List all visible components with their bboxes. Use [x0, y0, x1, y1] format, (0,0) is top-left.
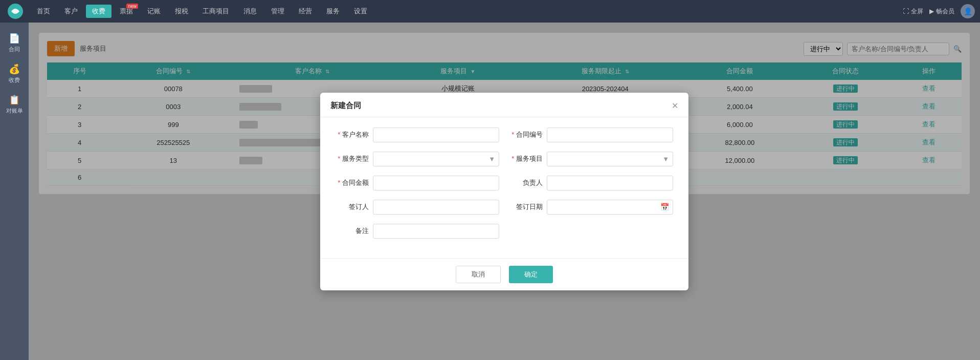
sidebar-item-contract[interactable]: 📄 合同: [0, 28, 29, 58]
responsible-label: 负责人: [509, 178, 543, 187]
form-row-5: 备注: [336, 224, 673, 239]
notes-input[interactable]: [373, 224, 499, 239]
sign-date-input[interactable]: 2023-06-06: [547, 200, 673, 215]
new-contract-dialog: 新建合同 ✕ 客户名称 合同编号 服务类型: [320, 93, 688, 290]
amount-label: 合同金额: [336, 178, 369, 187]
contract-icon: 📄: [9, 33, 20, 44]
service-type-wrap: ▼: [373, 152, 499, 166]
fullscreen-icon: ⛶: [903, 8, 909, 15]
form-group-contract-no: 合同编号: [509, 128, 673, 142]
service-type-label: 服务类型: [336, 154, 369, 163]
nav-right: ⛶ 全屏 ▶ 畅会员 👤: [903, 4, 975, 18]
form-row-1: 客户名称 合同编号: [336, 128, 673, 142]
dialog-title: 新建合同: [330, 101, 361, 111]
responsible-input[interactable]: [547, 176, 673, 190]
nav-manage[interactable]: 管理: [265, 5, 291, 18]
nav-items: 首页 客户 收费 票据 new 记账 报税 工商项目 消息 管理 经营 服务 设…: [31, 5, 903, 18]
nav-service[interactable]: 服务: [320, 5, 346, 18]
sign-date-label: 签订日期: [509, 202, 543, 211]
service-type-select[interactable]: [373, 152, 499, 166]
form-group-amount: 合同金额 0.00: [336, 176, 499, 190]
logo-icon: [5, 1, 26, 22]
modal-overlay: 新建合同 ✕ 客户名称 合同编号 服务类型: [29, 23, 980, 360]
top-nav: 首页 客户 收费 票据 new 记账 报税 工商项目 消息 管理 经营 服务 设…: [0, 0, 980, 23]
nav-tax[interactable]: 报税: [169, 5, 194, 18]
nav-accounting[interactable]: 记账: [141, 5, 167, 18]
amount-input[interactable]: 0.00: [373, 176, 499, 190]
form-group-responsible: 负责人: [509, 176, 673, 190]
contract-no-label: 合同编号: [509, 130, 543, 139]
sidebar: 📄 合同 💰 收费 📋 对账单: [0, 23, 29, 360]
reconcile-icon: 📋: [9, 94, 20, 105]
service-item-label: 服务项目: [509, 154, 543, 163]
dialog-footer: 取消 确定: [320, 258, 688, 290]
nav-customer[interactable]: 客户: [58, 5, 84, 18]
form-group-notes: 备注: [336, 224, 499, 239]
member-button[interactable]: ▶ 畅会员: [929, 7, 954, 16]
avatar[interactable]: 👤: [961, 4, 975, 18]
nav-billing[interactable]: 收费: [86, 5, 112, 18]
form-row-3: 合同金额 0.00 负责人: [336, 176, 673, 190]
form-group-sign-date: 签订日期 2023-06-06 📅: [509, 200, 673, 215]
dialog-body: 客户名称 合同编号 服务类型 ▼ 服务项目: [320, 117, 688, 258]
fullscreen-button[interactable]: ⛶ 全屏: [903, 7, 923, 16]
customer-input[interactable]: [373, 128, 499, 142]
form-group-service-item: 服务项目 ▼: [509, 152, 673, 166]
sign-date-wrap: 2023-06-06 📅: [547, 200, 673, 215]
dialog-header: 新建合同 ✕: [320, 93, 688, 117]
form-row-2: 服务类型 ▼ 服务项目 ▼: [336, 152, 673, 166]
nav-settings[interactable]: 设置: [348, 5, 373, 18]
nav-message[interactable]: 消息: [237, 5, 263, 18]
nav-invoice[interactable]: 票据 new: [114, 5, 139, 18]
nav-home[interactable]: 首页: [31, 5, 56, 18]
signer-label: 签订人: [336, 202, 369, 211]
service-item-wrap: ▼: [547, 152, 673, 166]
billing-icon: 💰: [9, 63, 20, 75]
form-group-customer: 客户名称: [336, 128, 499, 142]
nav-operation[interactable]: 经营: [293, 5, 318, 18]
customer-label: 客户名称: [336, 130, 369, 139]
form-row-4: 签订人 签订日期 2023-06-06 📅: [336, 200, 673, 215]
form-group-service-type: 服务类型 ▼: [336, 152, 499, 166]
nav-business[interactable]: 工商项目: [196, 5, 235, 18]
form-group-signer: 签订人: [336, 200, 499, 215]
sidebar-item-reconcile[interactable]: 📋 对账单: [0, 89, 29, 120]
sidebar-item-billing[interactable]: 💰 收费: [0, 58, 29, 89]
contract-no-input[interactable]: [547, 128, 673, 142]
close-button[interactable]: ✕: [672, 101, 678, 111]
service-item-select[interactable]: [547, 152, 673, 166]
confirm-button[interactable]: 确定: [509, 266, 553, 283]
cancel-button[interactable]: 取消: [456, 266, 501, 283]
new-badge: new: [126, 4, 138, 9]
member-icon: ▶: [929, 8, 934, 15]
notes-label: 备注: [336, 226, 369, 236]
signer-input[interactable]: [373, 200, 499, 215]
